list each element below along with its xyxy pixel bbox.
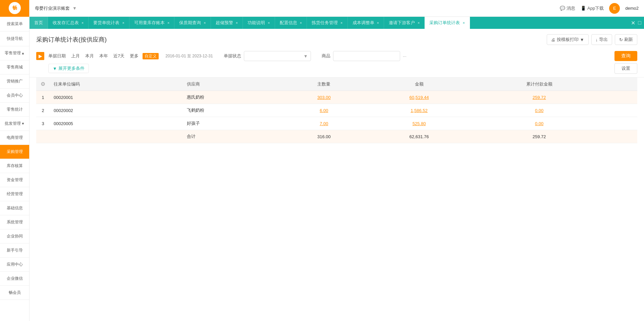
row-paid[interactable]: 259.72 [473, 91, 606, 104]
row-paid[interactable]: 0.00 [473, 104, 606, 117]
sidebar-item-apps[interactable]: 应用中心 [0, 258, 29, 272]
sidebar-item-wechat[interactable]: 企业微信 [0, 272, 29, 286]
tab-controls: ✕ □ [628, 20, 644, 26]
more-option[interactable]: 更多 [128, 52, 140, 60]
goods-more-icon[interactable]: ··· [403, 54, 407, 59]
sidebar-item-finance[interactable]: 资金管理 [0, 173, 29, 187]
tab-close-icon[interactable]: × [204, 21, 206, 25]
this-year-option[interactable]: 本年 [98, 52, 109, 60]
chevron-down-icon: ▲ [21, 51, 25, 55]
tab-shelf-life[interactable]: 保质期查询 × [174, 17, 211, 29]
row-extra [606, 117, 637, 130]
page-container: 采购订单统计表(按供应商) 🖨 按模板打印 ▼ ↓ 导出 ↻ 刷新 [30, 29, 644, 321]
refresh-label: 刷新 [624, 37, 633, 43]
row-paid[interactable]: 0.00 [473, 117, 606, 130]
tab-close-icon[interactable]: × [167, 21, 169, 25]
row-amount[interactable]: 60,519.44 [366, 91, 473, 104]
row-amount[interactable]: 1,586.52 [366, 104, 473, 117]
tab-close-icon[interactable]: × [82, 21, 84, 25]
tab-stock-summary[interactable]: 收发存汇总表 × [48, 17, 89, 29]
filter-actions: 查询 设置 [614, 51, 637, 74]
tab-close-icon[interactable]: × [377, 21, 379, 25]
status-filter-group: 单据状态 ▼ [224, 51, 311, 61]
custom-date-option[interactable]: 自定义 [143, 53, 159, 59]
sidebar-item-member[interactable]: 畅会员 [0, 286, 29, 300]
status-select[interactable]: ▼ [244, 51, 311, 61]
row-qty[interactable]: 303.00 [282, 91, 366, 104]
column-settings-icon[interactable]: ⚙ [41, 81, 45, 87]
sidebar-item-marketing[interactable]: 营销推广 [0, 74, 29, 89]
this-month-option[interactable]: 本月 [84, 52, 95, 60]
sidebar-item-ecommerce[interactable]: 电商管理 [0, 131, 29, 145]
th-code: 往来单位编码 [50, 77, 183, 91]
row-amount[interactable]: 525.80 [366, 117, 473, 130]
tab-close-icon[interactable]: × [300, 21, 302, 25]
filter-row-1: ▶ 单据日期 上月 本月 本年 近7天 更多 自定义 2016 [36, 51, 614, 61]
tab-features[interactable]: 功能说明 × [243, 17, 275, 29]
sidebar-item-base-info[interactable]: 基础信息 [0, 201, 29, 215]
tab-label: 采购订单统计表 [429, 20, 460, 26]
app-download-button[interactable]: 📱 App下载 [581, 5, 604, 11]
sidebar-item-guide[interactable]: 新手引导 [0, 244, 29, 258]
sidebar-item-wholesale[interactable]: 批发管理 ▼ [0, 117, 29, 131]
avatar[interactable]: E [609, 3, 620, 14]
export-button[interactable]: ↓ 导出 [591, 34, 612, 45]
tab-close-icon[interactable]: × [122, 21, 124, 25]
message-icon: 💬 [560, 6, 565, 11]
quick-nav-button[interactable]: 快捷导航 [2, 34, 27, 43]
row-extra [606, 104, 637, 117]
logo-icon: 畅 [12, 5, 17, 11]
tab-close-icon[interactable]: × [340, 21, 342, 25]
row-qty[interactable]: 7.00 [282, 117, 366, 130]
query-button[interactable]: 查询 [614, 51, 637, 61]
goods-input[interactable] [333, 51, 400, 61]
tab-picking[interactable]: 拣货任务管理 × [307, 17, 347, 29]
tab-home[interactable]: 首页 [30, 17, 48, 29]
sidebar-item-enterprise[interactable]: 企业协同 [0, 229, 29, 244]
tab-label: 要货单统计表 [93, 20, 119, 26]
tab-purchase-stats[interactable]: 采购订单统计表 × [425, 17, 470, 29]
sidebar-item-purchase[interactable]: 采购管理 [0, 145, 29, 159]
sidebar-item-system[interactable]: 系统管理 [0, 215, 29, 229]
tab-stock-book[interactable]: 可用量库存账本 × [129, 17, 174, 29]
date-filter-label: 单据日期 [48, 53, 66, 59]
tab-order-stats[interactable]: 要货单统计表 × [89, 17, 129, 29]
last-month-option[interactable]: 上月 [70, 52, 81, 60]
filter-toggle-button[interactable]: ▶ [36, 52, 44, 60]
close-all-tabs-button[interactable]: ✕ [631, 20, 635, 26]
filter-row-2: ▼ 展开更多条件 [36, 64, 614, 73]
last-7days-option[interactable]: 近7天 [112, 52, 126, 60]
date-range-display: 2016-01-01 至 2023-12-31 [165, 53, 213, 59]
refresh-button[interactable]: ↻ 刷新 [615, 34, 637, 45]
sidebar-item-inventory[interactable]: 库存核算 [0, 159, 29, 173]
print-button[interactable]: 🖨 按模板打印 ▼ [547, 34, 589, 45]
row-qty[interactable]: 6.00 [282, 104, 366, 117]
tab-overstock[interactable]: 超储预警 × [211, 17, 243, 29]
org-dropdown-icon[interactable]: ▼ [72, 6, 77, 11]
tab-invite[interactable]: 邀请下游客户 × [384, 17, 425, 29]
sidebar-item-retail-stats[interactable]: 零售统计 [0, 103, 29, 117]
export-icon: ↓ [596, 37, 598, 42]
search-menu-button[interactable]: 搜索菜单 [2, 19, 27, 29]
sidebar-item-member-center[interactable]: 会员中心 [0, 89, 29, 103]
topbar: 母婴行业演示账套 ▼ 💬 消息 📱 App下载 E demo2 [30, 0, 644, 17]
sidebar-item-operations[interactable]: 经营管理 [0, 187, 29, 201]
table-row: 2 00020002 飞鹤奶粉 6.00 1,586.52 0.00 [36, 104, 637, 117]
refresh-icon: ↻ [619, 37, 623, 42]
tab-close-icon[interactable]: × [268, 21, 270, 25]
main-area: 母婴行业演示账套 ▼ 💬 消息 📱 App下载 E demo2 首页 收发存汇总… [30, 0, 644, 321]
tab-cost-adjust[interactable]: 成本调整单 × [348, 17, 384, 29]
expand-more-button[interactable]: ▼ 展开更多条件 [48, 64, 89, 73]
tab-close-icon[interactable]: × [236, 21, 238, 25]
message-button[interactable]: 💬 消息 [560, 5, 575, 11]
row-extra [606, 91, 637, 104]
sidebar-item-retail-management[interactable]: 零售管理 ▲ [0, 46, 29, 60]
tab-close-icon[interactable]: × [418, 21, 420, 25]
tab-config[interactable]: 配置信息 × [275, 17, 307, 29]
tabbar: 首页 收发存汇总表 × 要货单统计表 × 可用量库存账本 × 保质期查询 × 超… [30, 17, 644, 29]
maximize-button[interactable]: □ [638, 20, 641, 26]
sidebar-item-retail-shop[interactable]: 零售商城 [0, 60, 29, 74]
settings-button[interactable]: 设置 [614, 63, 637, 74]
tab-close-icon[interactable]: × [463, 21, 465, 25]
sidebar: 畅 搜索菜单 快捷导航 零售管理 ▲ 零售商城 营销推广 会员中心 零售统计 批… [0, 0, 30, 321]
